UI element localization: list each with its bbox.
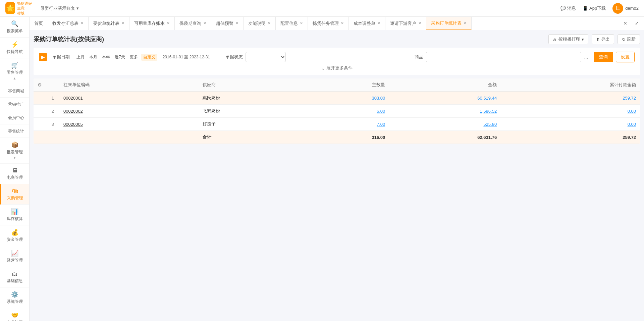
tab-10[interactable]: 邀请下游客户 ✕ (385, 17, 426, 30)
tab-4-close[interactable]: ✕ (203, 21, 206, 25)
nav-tabs-end: ✕ ⤢ (618, 19, 644, 28)
refresh-icon: ↻ (622, 37, 626, 42)
app-download-btn[interactable]: 📱 App下载 (583, 5, 606, 11)
page-content: 采购订单统计表(按供应商) 🖨 按模板打印 ▾ ⬆ 导出 ↻ (30, 30, 644, 321)
row-index: 1 (46, 92, 59, 105)
page-title: 采购订单统计表(按供应商) (34, 35, 104, 43)
row-paid[interactable]: 259.72 (501, 92, 640, 105)
sidebar: 🔍 搜索英单 ⚡ 快捷导航 🛒 零售管理 ▲ 零售商城 营销推广 会员中心 (0, 17, 30, 321)
shortcut-this-month[interactable]: 本月 (88, 54, 99, 61)
settings-btn[interactable]: 设置 (616, 52, 635, 62)
logo-text: 畅捷通好生意 标版 (17, 1, 35, 15)
sidebar-item-purchase[interactable]: 🛍 采购管理 (0, 184, 29, 205)
sidebar-item-retail[interactable]: 🛒 零售管理 ▲ (0, 58, 29, 84)
row-amount[interactable]: 1,586.52 (389, 105, 501, 118)
tab-6[interactable]: 功能说明 ✕ (244, 17, 276, 30)
tab-11[interactable]: 采购订单统计表 ✕ (426, 17, 472, 30)
tab-7[interactable]: 配置信息 ✕ (276, 17, 308, 30)
table-container: ⚙ 往来单位编码 供应商 主数量 金额 累计付款金额 (34, 78, 640, 144)
shortcut-last-month[interactable]: 上月 (75, 54, 86, 61)
sidebar-item-search[interactable]: 🔍 搜索英单 (0, 17, 29, 38)
table-header-row: ⚙ 往来单位编码 供应商 主数量 金额 累计付款金额 (34, 78, 640, 92)
tab-9[interactable]: 成本调整单 ✕ (349, 17, 385, 30)
filter-toggle-btn[interactable]: ▶ (39, 53, 47, 61)
row-code[interactable]: 00020002 (59, 105, 199, 118)
footer-qty: 316.00 (302, 131, 389, 144)
row-code[interactable]: 00020005 (59, 118, 199, 131)
custom-date-tag[interactable]: 自定义 (141, 54, 157, 61)
row-paid[interactable]: 0.00 (501, 105, 640, 118)
table-footer-row: 合计 316.00 62,631.76 259.72 (34, 131, 640, 144)
chevron-up-icon: ▲ (13, 76, 16, 80)
sidebar-item-inventory[interactable]: 📊 库存核算 (0, 205, 29, 225)
tab-11-close[interactable]: ✕ (464, 21, 467, 25)
status-select[interactable] (246, 52, 286, 62)
sidebar-item-retail-shop[interactable]: 零售商城 (0, 84, 29, 98)
download-icon: 📱 (583, 6, 588, 11)
expand-more-btn[interactable]: ⌄ 展开更多条件 (321, 65, 353, 71)
column-settings-icon[interactable]: ⚙ (38, 82, 42, 88)
header-actions: 🖨 按模板打印 ▾ ⬆ 导出 ↻ 刷新 (548, 34, 640, 44)
print-btn[interactable]: 🖨 按模板打印 ▾ (548, 34, 588, 44)
tab-1[interactable]: 收发存汇总表 ✕ (48, 17, 89, 30)
row-code[interactable]: 00020001 (59, 92, 199, 105)
tab-5-close[interactable]: ✕ (235, 21, 238, 25)
shortcut-7days[interactable]: 近7天 (113, 54, 126, 61)
goods-more-icon[interactable]: … (584, 55, 588, 60)
tab-home[interactable]: 首页 (30, 20, 48, 26)
tab-9-close[interactable]: ✕ (377, 21, 380, 25)
sidebar-item-member[interactable]: 会员中心 (0, 111, 29, 124)
row-qty[interactable]: 6.00 (302, 105, 389, 118)
shortcut-this-year[interactable]: 本年 (101, 54, 111, 61)
expand-more-row: ⌄ 展开更多条件 (39, 65, 635, 71)
row-paid[interactable]: 0.00 (501, 118, 640, 131)
tab-3[interactable]: 可用量库存账本 ✕ (129, 17, 175, 30)
filter-status-group: 单据状态 (225, 52, 399, 62)
maximize-btn[interactable]: ⤢ (632, 19, 641, 28)
goods-input[interactable] (426, 52, 581, 62)
tab-2[interactable]: 要货单统计表 ✕ (89, 17, 129, 30)
user-profile[interactable]: E demo2 (612, 3, 639, 14)
sidebar-item-system[interactable]: ⚙️ 系统管理 (0, 287, 29, 308)
tab-10-close[interactable]: ✕ (418, 21, 421, 25)
chevron-down-expand-icon: ⌄ (321, 66, 325, 71)
tab-5[interactable]: 超储预警 ✕ (211, 17, 244, 30)
sidebar-item-shortcut[interactable]: ⚡ 快捷导航 (0, 38, 29, 58)
sidebar-item-operation[interactable]: 📈 经营管理 (0, 246, 29, 267)
date-shortcuts: 上月 本月 本年 近7天 更多 自定义 (75, 54, 157, 61)
sidebar-item-base[interactable]: 🗂 基础信息 (0, 267, 29, 287)
row-qty[interactable]: 303.00 (302, 92, 389, 105)
sidebar-item-enterprise[interactable]: 🤝 企业协同 (0, 308, 29, 321)
search-btn[interactable]: 查询 (594, 52, 613, 62)
row-qty[interactable]: 7.00 (302, 118, 389, 131)
sidebar-item-finance[interactable]: 💰 资金管理 (0, 225, 29, 246)
row-amount[interactable]: 60,519.44 (389, 92, 501, 105)
print-icon: 🖨 (553, 37, 557, 42)
tab-6-close[interactable]: ✕ (268, 21, 271, 25)
tab-2-close[interactable]: ✕ (121, 21, 124, 25)
message-btn[interactable]: 💬 消息 (560, 5, 576, 11)
close-all-btn[interactable]: ✕ (621, 19, 630, 28)
tab-3-close[interactable]: ✕ (167, 21, 170, 25)
tab-8-close[interactable]: ✕ (341, 21, 344, 25)
col-settings-header: ⚙ (34, 78, 46, 92)
export-btn[interactable]: ⬆ 导出 (592, 34, 614, 44)
sidebar-item-retail-stat[interactable]: 零售统计 (0, 124, 29, 138)
page-header: 采购订单统计表(按供应商) 🖨 按模板打印 ▾ ⬆ 导出 ↻ (34, 34, 640, 44)
tab-1-close[interactable]: ✕ (80, 21, 84, 25)
workspace-selector[interactable]: 母婴行业演示账套 ▾ (38, 4, 82, 13)
row-amount[interactable]: 525.80 (389, 118, 501, 131)
shortcut-more[interactable]: 更多 (128, 54, 139, 61)
sidebar-item-wholesale[interactable]: 📦 批发管理 ▾ (0, 138, 29, 164)
refresh-btn[interactable]: ↻ 刷新 (618, 34, 640, 44)
sidebar-item-ecom[interactable]: 🖥 电商管理 (0, 164, 29, 184)
row-supplier: 惠氏奶粉 (199, 92, 302, 105)
top-bar: 🌟 畅捷通好生意 标版 母婴行业演示账套 ▾ 💬 消息 📱 App下载 E (0, 0, 644, 17)
tab-7-close[interactable]: ✕ (300, 21, 303, 25)
footer-label: 合计 (199, 131, 302, 144)
filter-row-1: ▶ 单据日期 上月 本月 本年 近7天 更多 自定义 2016-01-01 至 … (39, 52, 635, 62)
tab-8[interactable]: 拣货任务管理 ✕ (308, 17, 349, 30)
tab-4[interactable]: 保质期查询 ✕ (175, 17, 211, 30)
footer-paid: 259.72 (501, 131, 640, 144)
sidebar-item-marketing[interactable]: 营销推广 (0, 98, 29, 111)
